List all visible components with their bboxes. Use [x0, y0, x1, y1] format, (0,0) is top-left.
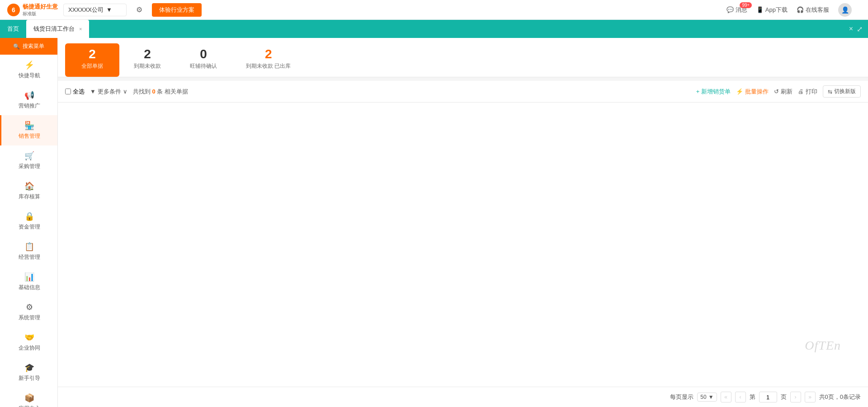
user-avatar-icon: 👤 — [841, 6, 849, 14]
last-page-button[interactable]: » — [805, 392, 816, 402]
filter-label: 更多条件 — [98, 88, 121, 96]
sidebar-item-app-center[interactable]: 📦 应用中心 — [0, 388, 57, 407]
stat-wangwang-num: 0 — [200, 47, 207, 61]
message-button[interactable]: 💬 消息 99+ — [726, 6, 747, 14]
sidebar-item-system[interactable]: ⚙ 系统管理 — [0, 297, 57, 327]
online-service-button[interactable]: 🎧 在线客服 — [797, 6, 829, 14]
nav-tabs-right: × ⤢ — [849, 25, 868, 33]
pagination: 每页显示 50 ▼ « ‹ 第 页 › » 共0页，0条记录 — [58, 387, 868, 407]
trial-button[interactable]: 体验行业方案 — [152, 3, 202, 17]
total-records-text: 共0页，0条记录 — [819, 393, 861, 401]
settings-button[interactable]: ⚙ — [132, 3, 146, 17]
system-icon: ⚙ — [26, 302, 33, 312]
found-count: 0 — [152, 88, 156, 95]
stat-tab-overdue-shipped[interactable]: 2 到期未收款 已出库 — [231, 43, 305, 77]
purchase-label: 采购管理 — [19, 163, 40, 170]
stat-wangwang-label: 旺辅待确认 — [190, 62, 217, 70]
marketing-icon: 📢 — [24, 90, 34, 100]
sidebar-item-guide[interactable]: 🎓 新手引导 — [0, 357, 57, 388]
app-download-button[interactable]: 📱 App下载 — [756, 6, 788, 14]
filter-button[interactable]: ▼ 更多条件 ∨ — [90, 88, 127, 96]
basic-info-label: 基础信息 — [19, 284, 40, 291]
inventory-label: 库存核算 — [19, 193, 40, 201]
prev-page-button[interactable]: ‹ — [735, 392, 746, 402]
home-tab-label: 首页 — [7, 25, 19, 33]
first-page-icon: « — [724, 394, 727, 400]
switch-icon: ⇆ — [828, 89, 832, 95]
sidebar-item-finance[interactable]: 🔒 资金管理 — [0, 206, 57, 236]
marketing-label: 营销推广 — [19, 102, 40, 110]
toolbar: 全选 ▼ 更多条件 ∨ 共找到 0 条 相关单据 + 新增销货单 ⚡ 批量操作 … — [58, 81, 868, 103]
sidebar-item-inventory[interactable]: 🏠 库存核算 — [0, 176, 57, 206]
tab-cashflow-workbench[interactable]: 钱货日清工作台 × — [26, 20, 89, 38]
filter-icon: ▼ — [90, 88, 96, 95]
avatar[interactable]: 👤 — [838, 3, 852, 17]
sidebar-item-sales[interactable]: 🏪 销售管理 — [0, 115, 57, 145]
batch-operation-button[interactable]: ⚡ 批量操作 — [736, 88, 769, 96]
finance-label: 资金管理 — [19, 223, 40, 231]
operations-label: 经营管理 — [19, 253, 40, 261]
cashflow-tab-label: 钱货日清工作台 — [33, 25, 75, 33]
tab-maximize-icon[interactable]: ⤢ — [857, 25, 863, 33]
stat-overdue-label: 到期未收款 — [134, 62, 161, 70]
tab-home[interactable]: 首页 — [0, 20, 26, 38]
prev-page-icon: ‹ — [740, 394, 741, 400]
sidebar: 🔍 搜索菜单 ⚡ 快捷导航 📢 营销推广 🏪 销售管理 🛒 采购管理 🏠 库存核… — [0, 38, 58, 407]
topbar: 6 畅捷通好生意 标准版 XXXXXX公司 ▼ ⚙ 体验行业方案 💬 消息 99… — [0, 0, 868, 20]
page-size-chevron-icon: ▼ — [708, 394, 714, 400]
stat-overdue-num: 2 — [144, 47, 151, 61]
refresh-button[interactable]: ↺ 刷新 — [774, 88, 793, 96]
sidebar-item-marketing[interactable]: 📢 营销推广 — [0, 85, 57, 115]
cooperation-label: 企业协同 — [19, 344, 40, 352]
new-sales-order-button[interactable]: + 新增销货单 — [696, 88, 731, 96]
operations-icon: 📋 — [24, 242, 34, 252]
sidebar-item-operations[interactable]: 📋 经营管理 — [0, 236, 57, 267]
search-menu-label: 搜索菜单 — [23, 42, 44, 50]
select-all-checkbox[interactable]: 全选 — [65, 88, 85, 96]
basic-info-icon: 📊 — [24, 272, 34, 282]
stat-tab-overdue[interactable]: 2 到期未收款 — [119, 43, 175, 77]
sidebar-item-quick-nav[interactable]: ⚡ 快捷导航 — [0, 55, 57, 85]
page-size-selector[interactable]: 50 ▼ — [697, 393, 717, 402]
first-page-button[interactable]: « — [721, 392, 731, 402]
stat-all-num: 2 — [89, 47, 96, 61]
batch-icon: ⚡ — [736, 88, 743, 95]
switch-new-version-button[interactable]: ⇆ 切换新版 — [823, 85, 861, 98]
app-logo-icon: 6 — [7, 4, 20, 16]
print-label: 打印 — [806, 88, 817, 96]
main-layout: 🔍 搜索菜单 ⚡ 快捷导航 📢 营销推广 🏪 销售管理 🛒 采购管理 🏠 库存核… — [0, 38, 868, 407]
found-text: 共找到 0 条 相关单据 — [133, 88, 188, 96]
select-all-input[interactable] — [65, 89, 71, 94]
table-area — [58, 103, 868, 387]
sales-icon: 🏪 — [24, 121, 34, 131]
filter-chevron-icon: ∨ — [123, 88, 127, 95]
headset-icon: 🎧 — [797, 6, 804, 13]
sidebar-item-cooperation[interactable]: 🤝 企业协同 — [0, 327, 57, 357]
tab-minimize-icon[interactable]: × — [849, 25, 853, 33]
page-number-input[interactable] — [759, 392, 777, 402]
page-label: 第 — [750, 393, 755, 401]
app-center-icon: 📦 — [24, 393, 34, 403]
stat-tab-all[interactable]: 2 全部单据 — [65, 43, 119, 77]
page-suffix: 页 — [781, 393, 787, 401]
nav-tabs: 首页 钱货日清工作台 × × ⤢ — [0, 20, 868, 38]
company-selector[interactable]: XXXXXX公司 ▼ — [63, 4, 127, 16]
print-button[interactable]: 🖨 打印 — [798, 88, 817, 96]
stat-overdue-shipped-label: 到期未收款 已出库 — [246, 62, 291, 70]
finance-icon: 🔒 — [24, 211, 34, 221]
stat-all-label: 全部单据 — [81, 62, 103, 70]
stat-tab-wangwang[interactable]: 0 旺辅待确认 — [175, 43, 231, 77]
last-page-icon: » — [808, 394, 811, 400]
inventory-icon: 🏠 — [24, 181, 34, 191]
phone-icon: 📱 — [756, 6, 764, 13]
topbar-right: 💬 消息 99+ 📱 App下载 🎧 在线客服 👤 — [726, 3, 861, 17]
company-name: XXXXXX公司 — [68, 6, 104, 14]
message-badge: 99+ — [740, 2, 751, 8]
sidebar-search[interactable]: 🔍 搜索菜单 — [0, 38, 57, 55]
stats-tabs: 2 全部单据 2 到期未收款 0 旺辅待确认 2 到期未收款 已出库 — [58, 38, 868, 77]
sidebar-item-purchase[interactable]: 🛒 采购管理 — [0, 145, 57, 176]
sidebar-item-basic-info[interactable]: 📊 基础信息 — [0, 267, 57, 297]
refresh-icon: ↺ — [774, 88, 779, 95]
next-page-button[interactable]: › — [790, 392, 801, 402]
tab-close-icon[interactable]: × — [79, 26, 82, 32]
